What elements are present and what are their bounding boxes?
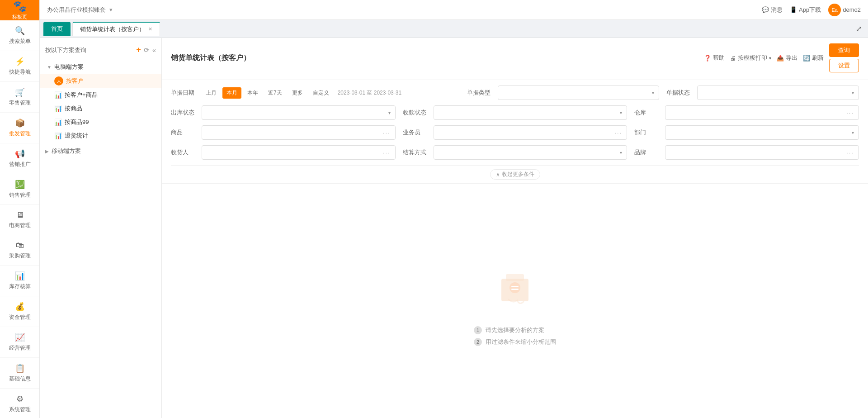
customer-node-icon: 人	[54, 76, 63, 86]
panel-add-button[interactable]: +	[136, 45, 141, 55]
page-actions: ❓ 帮助 🖨 按模板打印 ▾ 📤 导出 🔄	[704, 43, 859, 72]
empty-hint-2: 2 用过滤条件来缩小分析范围	[474, 338, 556, 346]
out-status-control[interactable]: ▾	[202, 105, 396, 120]
sidebar-item-purchase[interactable]: 🛍 采购管理	[0, 235, 40, 266]
collapse-label: 收起更多条件	[502, 171, 534, 178]
sidebar-item-basic[interactable]: 📋 基础信息	[0, 358, 40, 389]
help-label: 帮助	[713, 54, 725, 62]
export-icon: 📤	[777, 55, 784, 62]
tree-child-by-customer-product[interactable]: 📊 按客户+商品	[40, 88, 161, 102]
user-name: demo2	[843, 6, 861, 13]
tab-bar: 首页 销货单统计表（按客户） ✕ ⤢	[40, 20, 868, 38]
out-status-dropdown-icon: ▾	[388, 110, 391, 115]
download-icon: 📱	[790, 6, 797, 13]
tree-child-by-product-99[interactable]: 📊 按商品99	[40, 115, 161, 129]
sidebar-label-ecommerce: 电商管理	[9, 222, 31, 229]
date-tab-last-month[interactable]: 上月	[202, 87, 221, 99]
logo-text: 标板页	[12, 14, 27, 20]
tree-child-refund-stat[interactable]: 📊 退货统计	[40, 129, 161, 142]
tab-sales-stat[interactable]: 销货单统计表（按客户） ✕	[72, 22, 160, 36]
chart-icon-1: 📊	[54, 91, 62, 99]
svg-point-2	[509, 282, 520, 293]
query-button[interactable]: 查询	[829, 43, 859, 57]
brand-label: 品牌	[634, 148, 661, 157]
template-print-button[interactable]: 🖨 按模板打印 ▾	[730, 54, 771, 62]
sidebar-item-operations[interactable]: 📈 经营管理	[0, 327, 40, 358]
filter-row-2: 出库状态 ▾ 收款状态 ▾ 仓库	[171, 105, 859, 120]
tab-home[interactable]: 首页	[43, 22, 71, 36]
sidebar-item-finance[interactable]: 💰 资金管理	[0, 296, 40, 327]
app-download-button[interactable]: 📱 App下载	[790, 6, 821, 14]
help-icon: ❓	[704, 55, 711, 62]
salesperson-control[interactable]: ···	[434, 125, 627, 140]
department-control[interactable]: ▾	[665, 125, 859, 140]
sidebar-item-inventory[interactable]: 📊 库存核算	[0, 266, 40, 296]
sidebar-item-wholesale[interactable]: 📦 批发管理	[0, 113, 40, 143]
panel-collapse-button[interactable]: «	[152, 46, 156, 54]
sidebar-logo[interactable]: 🐾 标板页	[0, 0, 40, 20]
sidebar-item-retail[interactable]: 🛒 零售管理	[0, 82, 40, 113]
sidebar-item-shortcut[interactable]: ⚡ 快捷导航	[0, 51, 40, 82]
order-type-control[interactable]: ▾	[498, 86, 660, 100]
out-status-label: 出库状态	[171, 109, 198, 117]
tab-maximize-button[interactable]: ⤢	[853, 24, 864, 34]
tree-child-by-product[interactable]: 📊 按商品	[40, 102, 161, 115]
finance-icon: 💰	[15, 302, 25, 312]
date-tab-more[interactable]: 更多	[288, 87, 307, 99]
filter-section: 单据日期 上月 本月 本年 近7天 更多 自定义 2023-03-01 至 20…	[162, 80, 868, 184]
chart-icon-4: 📊	[54, 132, 62, 139]
operations-icon: 📈	[15, 332, 25, 342]
marketing-icon: 📢	[15, 149, 25, 159]
logo-icon: 🐾	[13, 0, 27, 13]
tree-desktop-parent[interactable]: ▼ 电脑端方案	[40, 60, 161, 74]
department-label: 部门	[634, 128, 661, 137]
empty-hints: 1 请先选择要分析的方案 2 用过滤条件来缩小分析范围	[474, 326, 556, 346]
search-icon: 🔍	[15, 26, 25, 36]
collapse-button[interactable]: ∧ 收起更多条件	[490, 169, 540, 180]
retail-icon: 🛒	[15, 87, 25, 97]
sidebar-item-search[interactable]: 🔍 搜索菜单	[0, 20, 40, 51]
filter-salesperson: 业务员 ···	[403, 125, 627, 140]
sidebar-item-sales[interactable]: 💹 销售管理	[0, 174, 40, 205]
help-button[interactable]: ❓ 帮助	[704, 54, 725, 62]
date-tab-this-year[interactable]: 本年	[243, 87, 262, 99]
panel-refresh-button[interactable]: ⟳	[144, 46, 150, 54]
tab-close-button[interactable]: ✕	[148, 26, 152, 32]
product-control[interactable]: ···	[202, 125, 396, 140]
header-right-actions: 💬 消息 📱 App下载 Ea demo2	[762, 4, 861, 16]
header-dropdown-icon[interactable]: ▾	[109, 6, 113, 13]
sidebar-item-system[interactable]: ⚙ 系统管理	[0, 389, 40, 418]
page-title: 销货单统计表（按客户）	[171, 53, 250, 63]
sidebar-item-ecommerce[interactable]: 🖥 电商管理	[0, 205, 40, 235]
sidebar-item-marketing[interactable]: 📢 营销推广	[0, 143, 40, 174]
date-tab-this-month[interactable]: 本月	[222, 87, 241, 99]
system-icon: ⚙	[16, 394, 24, 404]
sidebar-label-operations: 经营管理	[9, 344, 31, 352]
sidebar-label-sales: 销售管理	[9, 191, 31, 199]
collection-status-control[interactable]: ▾	[434, 105, 627, 120]
warehouse-label: 仓库	[634, 109, 661, 117]
order-status-control[interactable]: ▾	[697, 86, 859, 100]
brand-control[interactable]: ···	[665, 145, 859, 160]
warehouse-control[interactable]: ···	[665, 105, 859, 120]
settings-button[interactable]: 设置	[829, 59, 859, 72]
tree-child-by-customer[interactable]: 人 按客户	[40, 74, 161, 88]
tree-mobile-section[interactable]: ▶ 移动端方案	[40, 144, 161, 158]
export-button[interactable]: 📤 导出	[777, 54, 797, 62]
filter-collection-status: 收款状态 ▾	[403, 105, 627, 120]
inventory-icon: 📊	[15, 271, 25, 281]
date-tab-custom[interactable]: 自定义	[309, 87, 333, 99]
date-label: 单据日期	[171, 89, 198, 97]
user-profile[interactable]: Ea demo2	[828, 4, 861, 16]
date-tab-last-7-days[interactable]: 近7天	[264, 87, 286, 99]
collapse-bar[interactable]: ∧ 收起更多条件	[171, 165, 859, 183]
tree-expand-arrow: ▼	[47, 65, 52, 70]
refresh-button[interactable]: 🔄 刷新	[803, 54, 824, 62]
empty-state: 1 请先选择要分析的方案 2 用过滤条件来缩小分析范围	[162, 184, 868, 418]
recipient-control[interactable]: ···	[202, 145, 396, 160]
message-button[interactable]: 💬 消息	[762, 6, 783, 14]
settlement-control[interactable]: ▾	[434, 145, 627, 160]
refresh-label: 刷新	[812, 54, 824, 62]
empty-state-icon	[488, 256, 542, 319]
user-avatar: Ea	[828, 4, 841, 16]
